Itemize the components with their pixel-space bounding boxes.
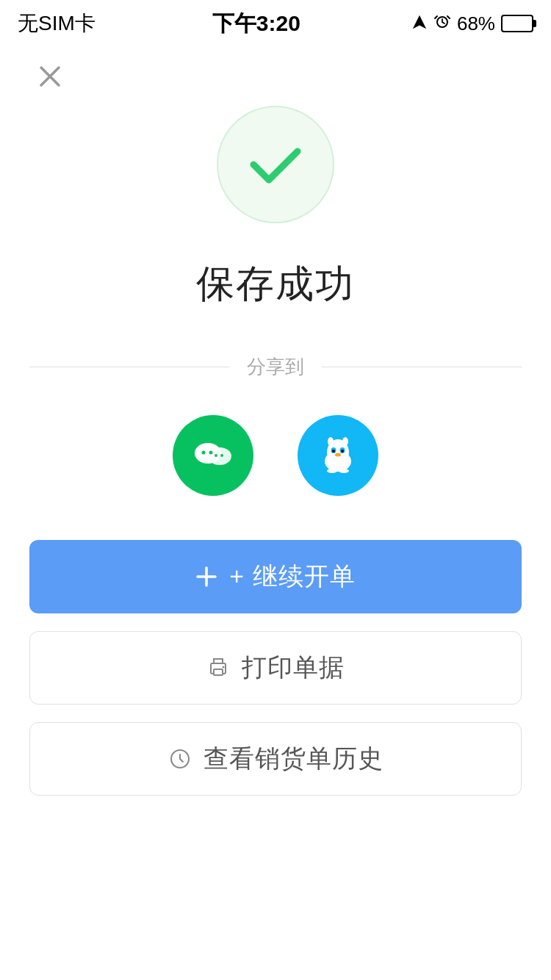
share-line-right [322, 367, 522, 367]
history-icon [168, 747, 192, 771]
svg-point-5 [208, 447, 231, 465]
svg-point-8 [215, 454, 217, 457]
svg-point-14 [332, 450, 335, 453]
svg-point-7 [209, 451, 213, 455]
continue-order-button[interactable]: + 继续开单 [29, 540, 522, 613]
history-button[interactable]: 查看销货单历史 [29, 722, 522, 796]
share-divider-row: 分享到 [0, 354, 551, 380]
share-section: 分享到 [0, 354, 551, 496]
success-title: 保存成功 [196, 259, 355, 310]
alarm-icon [433, 12, 451, 35]
print-label: 打印单据 [242, 651, 345, 685]
share-label: 分享到 [229, 354, 322, 380]
svg-point-25 [223, 666, 225, 669]
svg-point-20 [339, 469, 349, 473]
close-button[interactable] [29, 56, 71, 97]
continue-order-label: + 继续开单 [229, 560, 355, 594]
status-carrier: 无SIM卡 [18, 10, 101, 37]
svg-rect-24 [214, 669, 223, 675]
location-icon [411, 12, 428, 35]
battery-percent: 68% [457, 12, 495, 35]
svg-point-15 [341, 450, 344, 453]
svg-point-18 [342, 437, 348, 446]
svg-point-19 [327, 469, 337, 473]
battery-icon [501, 15, 533, 32]
success-icon-circle [217, 106, 334, 223]
print-button[interactable]: 打印单据 [29, 631, 522, 705]
svg-point-16 [335, 453, 341, 457]
svg-point-17 [328, 437, 334, 446]
wechat-share-button[interactable] [173, 415, 253, 496]
plus-icon [195, 566, 217, 588]
svg-point-9 [220, 454, 223, 457]
main-content: 保存成功 分享到 [0, 47, 551, 796]
history-label: 查看销货单历史 [204, 742, 383, 776]
status-time: 下午3:20 [212, 9, 300, 39]
svg-point-6 [202, 451, 206, 455]
share-line-left [29, 367, 229, 367]
status-bar: 无SIM卡 下午3:20 68% [0, 0, 551, 47]
qq-share-button[interactable] [298, 415, 378, 496]
action-buttons: + 继续开单 打印单据 查看销货单历史 [0, 540, 551, 796]
print-icon [206, 656, 230, 680]
carrier-text: 无SIM卡 [18, 10, 96, 37]
share-icons [173, 415, 378, 496]
status-right-group: 68% [411, 12, 533, 35]
